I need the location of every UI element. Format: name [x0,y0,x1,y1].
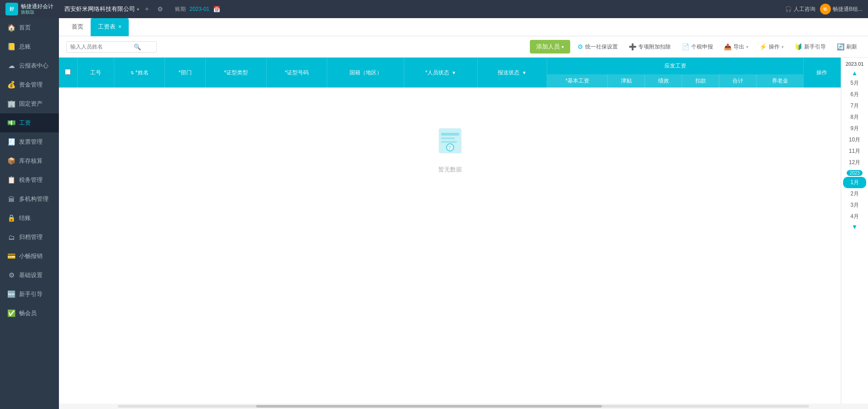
person-status-filter-icon[interactable]: ▼ [451,70,456,75]
sidebar: 🏠 首页 📒 总账 ☁ 云报表中心 💰 资金管理 🏢 固定资产 💵 工资 🧾 发… [0,18,59,409]
sidebar-item-tax[interactable]: 📋 税务管理 [0,170,59,190]
service-btn[interactable]: 🎧 人工咨询 [785,5,815,13]
th-dept: *部门 [165,58,205,88]
sidebar-item-archive[interactable]: 🗂 归档管理 [0,228,59,247]
period-month-12[interactable]: 12月 [841,157,868,168]
salary-icon: 💵 [7,119,15,127]
sidebar-item-guide[interactable]: 🆕 新手引导 [0,285,59,304]
period-nav-up[interactable]: ▲ [851,68,859,78]
company-area: 西安虾米网络科技有限公司 ▾ ＋ ⚙ 账期 2023-01 📅 [64,5,785,13]
sidebar-label-guide: 新手引导 [19,290,43,298]
sidebar-label-archive: 归档管理 [19,233,43,241]
expense-icon: 💳 [7,252,15,260]
add-person-button[interactable]: 添加人员 ▾ [530,40,570,54]
sidebar-item-expense[interactable]: 💳 小畅报销 [0,247,59,266]
sidebar-item-cloud[interactable]: ☁ 云报表中心 [0,56,59,75]
period-month-8[interactable]: 8月 [841,112,868,123]
toolbar: 🔍 添加人员 ▾ ⚙ 统一社保设置 ➕ 专项附加扣除 📄 个税申报 📤 导出 [59,36,868,58]
tab-home[interactable]: 首页 [64,18,91,36]
salary-table: 工号 ⇅ *姓名 *部门 *证型类型 *证型号码 国籍（地区） *人员状态 ▼ [59,58,841,88]
sidebar-item-salary[interactable]: 💵 工资 [0,113,59,132]
user-avatar: 畅 [820,4,831,15]
scrollbar-track[interactable] [118,405,809,408]
th-id: 工号 [77,58,114,88]
social-settings-btn[interactable]: ⚙ 统一社保设置 [574,41,621,53]
archive-icon: 🗂 [7,234,15,241]
period-month-10[interactable]: 10月 [841,134,868,146]
sidebar-item-inventory[interactable]: 📦 库存核算 [0,151,59,170]
ledger-icon: 📒 [7,43,15,51]
add-company-icon[interactable]: ＋ [141,5,153,13]
sidebar-item-multi[interactable]: 🏛 多机构管理 [0,190,59,209]
company-name[interactable]: 西安虾米网络科技有限公司 [64,5,135,13]
period-month-11[interactable]: 11月 [841,146,868,157]
report-status-filter-icon[interactable]: ▼ [522,70,527,75]
sidebar-item-member[interactable]: ✅ 畅会员 [0,304,59,323]
logo-area: 好 畅捷通好会计 旗舰版 [5,3,64,15]
period-month-2-2023[interactable]: 2月 [841,188,868,200]
th-base-salary: *基本工资 [547,74,608,88]
main-layout: 🏠 首页 📒 总账 ☁ 云报表中心 💰 资金管理 🏢 固定资产 💵 工资 🧾 发… [0,18,868,409]
period-month-7[interactable]: 7月 [841,100,868,112]
sidebar-label-invoice: 发票管理 [19,138,43,146]
search-wrap: 🔍 [66,41,157,53]
guide-toolbar-icon: 🔰 [795,43,802,50]
period-month-1-2023[interactable]: 1月 [843,177,866,188]
tax-icon: 📋 [7,176,15,184]
headset-icon: 🎧 [785,6,792,12]
company-settings-icon[interactable]: ⚙ [155,5,166,13]
sidebar-item-ledger[interactable]: 📒 总账 [0,37,59,56]
th-name-sort-icon: ⇅ [131,71,134,75]
company-dropdown-icon[interactable]: ▾ [137,7,139,12]
period-month-3-2023[interactable]: 3月 [841,200,868,211]
sidebar-item-assets[interactable]: 🏢 固定资产 [0,94,59,113]
period-month-4-2023[interactable]: 4月 [841,211,868,222]
sidebar-label-expense: 小畅报销 [19,252,43,260]
th-total: 合计 [719,74,756,88]
table-wrap: 工号 ⇅ *姓名 *部门 *证型类型 *证型号码 国籍（地区） *人员状态 ▼ [59,58,841,404]
table-header-row1: 工号 ⇅ *姓名 *部门 *证型类型 *证型号码 国籍（地区） *人员状态 ▼ [59,58,841,74]
inventory-icon: 📦 [7,157,15,165]
sidebar-item-invoice[interactable]: 🧾 发票管理 [0,132,59,151]
th-id-type: *证型类型 [206,58,267,88]
period-value[interactable]: 2023-01 [189,6,209,12]
tab-salary-close[interactable]: × [118,24,121,30]
settings-icon: ⚙ [7,271,15,279]
operate-btn[interactable]: ⚡ 操作 ▾ [756,41,787,53]
search-input[interactable] [70,44,134,50]
export-label: 导出 [733,43,744,51]
period-month-6[interactable]: 6月 [841,89,868,100]
tax-report-btn[interactable]: 📄 个税申报 [678,41,717,53]
deduct-icon: ➕ [629,43,636,50]
period-month-5[interactable]: 5月 [841,78,868,89]
close-period-icon: 🔒 [7,214,15,222]
sidebar-item-close[interactable]: 🔒 结账 [0,209,59,228]
select-all-checkbox[interactable] [65,69,71,75]
sidebar-item-settings[interactable]: ⚙ 基础设置 [0,266,59,285]
scrollbar-thumb[interactable] [256,405,602,408]
th-performance: 绩效 [645,74,682,88]
svg-text:?: ? [448,146,451,151]
calendar-icon[interactable]: 📅 [213,6,220,13]
deduct-btn[interactable]: ➕ 专项附加扣除 [625,41,674,53]
invoice-icon: 🧾 [7,138,15,146]
sidebar-item-fund[interactable]: 💰 资金管理 [0,75,59,94]
tab-bar: 首页 工资表 × [59,18,868,36]
period-panel: 2023.01 ▲ 5月 6月 7月 8月 9月 10月 11月 12月 202… [841,58,868,404]
period-nav-down[interactable]: ▼ [851,222,859,231]
search-icon: 🔍 [134,44,141,50]
svg-rect-3 [441,141,457,143]
tab-salary[interactable]: 工资表 × [91,18,129,36]
th-deduction: 扣款 [682,74,719,88]
sidebar-item-home[interactable]: 🏠 首页 [0,18,59,37]
period-month-9[interactable]: 9月 [841,123,868,134]
content-area: 首页 工资表 × 🔍 添加人员 ▾ ⚙ 统一社保设置 ➕ [59,18,868,409]
refresh-btn[interactable]: 🔄 刷新 [833,41,861,53]
empty-state-icon: ? [432,124,468,160]
export-btn[interactable]: 📤 导出 ▾ [720,41,752,53]
user-btn[interactable]: 畅 畅捷通B组... [820,4,863,15]
guide-btn[interactable]: 🔰 新手引导 [791,41,829,53]
svg-rect-1 [441,133,459,136]
sidebar-label-close: 结账 [19,214,31,222]
member-icon: ✅ [7,309,15,317]
